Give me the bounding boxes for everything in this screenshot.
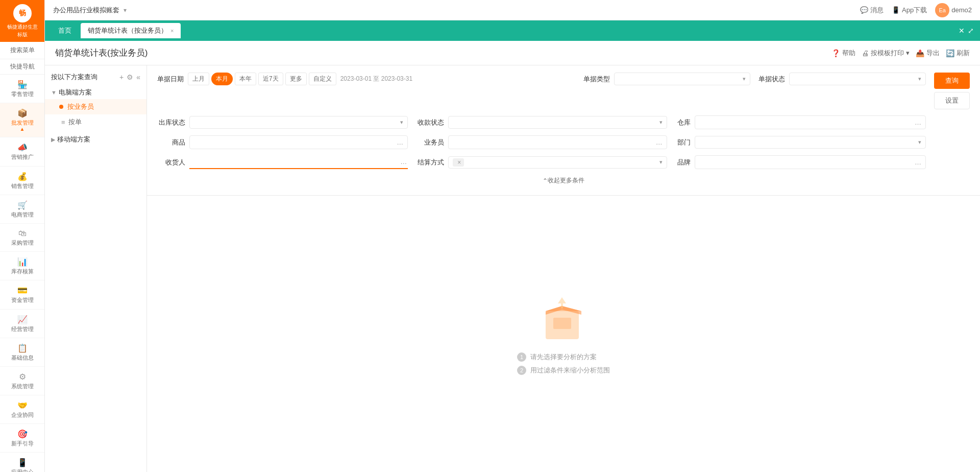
sidebar-item-appcenter[interactable]: 📱 应用中心 (0, 453, 44, 472)
consignee-label: 收货人 (157, 158, 185, 167)
consignee-control[interactable]: … (189, 155, 408, 169)
tab-sales-stat[interactable]: 销货单统计表（按业务员） × (81, 23, 181, 38)
sidebar-item-cooperation[interactable]: 🤝 企业协同 (0, 395, 44, 424)
pc-group-arrow-icon: ▼ (51, 89, 57, 96)
sidebar-item-operation[interactable]: 📈 经营管理 (0, 310, 44, 338)
print-arrow-icon: ▾ (906, 49, 910, 57)
sidebar-item-ecommerce[interactable]: 🛒 电商管理 (0, 195, 44, 224)
doc-status-select[interactable]: ▾ (789, 73, 926, 85)
active-plan-item[interactable]: 按业务员 (45, 99, 146, 114)
collapse-filters-button[interactable]: ⌃ 收起更多条件 (157, 173, 970, 188)
doc-type-arrow-icon: ▾ (743, 76, 746, 82)
sidebar-item-system[interactable]: ⚙ 系统管理 (0, 367, 44, 395)
mobile-plan-group-title[interactable]: ▶ 移动端方案 (45, 132, 146, 147)
payment-tag-remove[interactable]: × (457, 159, 461, 166)
sidebar-item-wholesale[interactable]: 📦 批发管理 ▲ (0, 103, 44, 137)
brand-control[interactable]: … (695, 155, 926, 169)
sidebar-item-basic[interactable]: 📋 基础信息 (0, 338, 44, 367)
sidebar-item-purchase-label: 采购管理 (11, 240, 34, 246)
page-content: 销货单统计表(按业务员) ❓ 帮助 🖨 按模板打印 ▾ 📤 导出 🔄 刷新 (45, 41, 980, 472)
date-btn-7days[interactable]: 近7天 (258, 73, 283, 85)
setting-plan-button[interactable]: ⚙ (127, 73, 133, 81)
doc-type-select[interactable]: ▾ (614, 73, 751, 85)
filter-area: 单据日期 上月 本月 本年 近7天 更多 自定义 2023-03-01 至 20… (147, 65, 980, 196)
left-panel: 按以下方案查询 + ⚙ « ▼ 电脑端方案 按业务员 (45, 65, 147, 472)
payment-arrow-icon: ▾ (659, 159, 663, 166)
active-plan-dot (59, 105, 63, 109)
empty-state-illustration (538, 293, 589, 344)
settings-button[interactable]: 设置 (934, 92, 970, 109)
sidebar-item-guide-label: 新手引导 (11, 440, 34, 447)
help-button[interactable]: ❓ 帮助 (831, 49, 855, 58)
consignee-dots[interactable]: … (400, 158, 407, 166)
brand-dots[interactable]: … (915, 158, 921, 166)
export-icon: 📤 (916, 49, 924, 57)
tab-home[interactable]: 首页 (51, 23, 79, 38)
date-btn-more[interactable]: 更多 (285, 73, 307, 85)
sidebar-item-marketing[interactable]: 📣 营销推广 (0, 137, 44, 166)
topbar: 办公用品行业模拟账套 ▾ 💬 消息 📱 App下载 Ea demo2 (45, 0, 980, 20)
sidebar-item-guide[interactable]: 🎯 新手引导 (0, 424, 44, 453)
sidebar-item-retail[interactable]: 🏪 零售管理 (0, 75, 44, 103)
app-download-button[interactable]: 📱 App下载 (892, 6, 927, 15)
expand-icon: ▲ (20, 126, 25, 132)
collapse-panel-button[interactable]: « (136, 73, 140, 81)
tab-home-label: 首页 (58, 26, 71, 35)
warehouse-dots[interactable]: … (915, 119, 921, 126)
receipt-status-select[interactable]: ▾ (448, 116, 667, 129)
warehouse-control[interactable]: … (695, 115, 926, 129)
tab-bar: 首页 销货单统计表（按业务员） × ✕ ⤢ (45, 20, 980, 41)
date-btn-this-year[interactable]: 本年 (235, 73, 256, 85)
export-button[interactable]: 📤 导出 (916, 49, 940, 58)
basic-icon: 📋 (17, 343, 28, 353)
quick-nav-item[interactable]: 快捷导航 (0, 59, 44, 75)
sidebar-item-sales-label: 销售管理 (11, 183, 34, 190)
sidebar-item-inventory[interactable]: 📊 库存核算 (0, 252, 44, 280)
out-status-select[interactable]: ▾ (189, 116, 408, 129)
consignee-input[interactable] (190, 158, 400, 166)
retail-icon: 🏪 (17, 80, 28, 89)
download-icon: 📱 (892, 6, 900, 14)
sub-plan-item[interactable]: ≡ 按单 (45, 114, 146, 130)
refresh-icon: 🔄 (946, 49, 954, 57)
salesperson-dots[interactable]: … (656, 138, 663, 146)
query-button[interactable]: 查询 (934, 73, 970, 89)
pc-plan-group: ▼ 电脑端方案 按业务员 ≡ 按单 (45, 86, 146, 130)
sidebar-item-cooperation-label: 企业协同 (11, 412, 34, 418)
pc-plan-group-title[interactable]: ▼ 电脑端方案 (45, 86, 146, 99)
date-btn-custom[interactable]: 自定义 (309, 73, 336, 85)
date-btn-last-month[interactable]: 上月 (188, 73, 209, 85)
out-status-label: 出库状态 (157, 118, 185, 127)
goods-control[interactable]: … (189, 135, 408, 149)
goods-dots[interactable]: … (397, 138, 403, 146)
cooperation-icon: 🤝 (17, 400, 28, 410)
operation-icon: 📈 (17, 315, 28, 324)
dept-label: 部门 (675, 138, 691, 147)
sidebar-item-finance[interactable]: 💳 资金管理 (0, 280, 44, 309)
print-button[interactable]: 🖨 按模板打印 ▾ (862, 49, 910, 58)
page-title: 销货单统计表(按业务员) (55, 47, 148, 65)
date-range-display: 2023-03-01 至 2023-03-31 (340, 75, 412, 83)
doc-status-arrow-icon: ▾ (918, 76, 921, 82)
logo-subtext: 标版 (17, 31, 28, 38)
sub-plan-label: 按单 (68, 117, 82, 127)
sidebar-item-purchase[interactable]: 🛍 采购管理 (0, 224, 44, 252)
close-window-icon[interactable]: ✕ (959, 27, 965, 35)
add-plan-button[interactable]: + (119, 73, 124, 81)
dept-select[interactable]: ▾ (695, 136, 926, 149)
salesperson-control[interactable]: … (448, 135, 667, 149)
logo-text: 畅捷通好生意 (7, 23, 38, 30)
sidebar-item-sales[interactable]: 💰 销售管理 (0, 167, 44, 195)
search-menu-item[interactable]: 搜索菜单 (0, 42, 44, 59)
message-button[interactable]: 💬 消息 (860, 6, 884, 15)
date-control: 上月 本月 本年 近7天 更多 自定义 2023-03-01 至 2023-03… (188, 73, 412, 85)
tab-close-button[interactable]: × (170, 28, 174, 34)
guide-icon: 🎯 (17, 429, 28, 439)
refresh-button[interactable]: 🔄 刷新 (946, 49, 970, 58)
topbar-right: 💬 消息 📱 App下载 Ea demo2 (860, 3, 972, 17)
user-menu[interactable]: Ea demo2 (935, 3, 972, 17)
expand-window-icon[interactable]: ⤢ (968, 27, 974, 35)
collapse-label: 收起更多条件 (548, 176, 584, 185)
date-btn-this-month[interactable]: 本月 (211, 73, 233, 85)
sidebar-item-marketing-label: 营销推广 (11, 154, 34, 160)
